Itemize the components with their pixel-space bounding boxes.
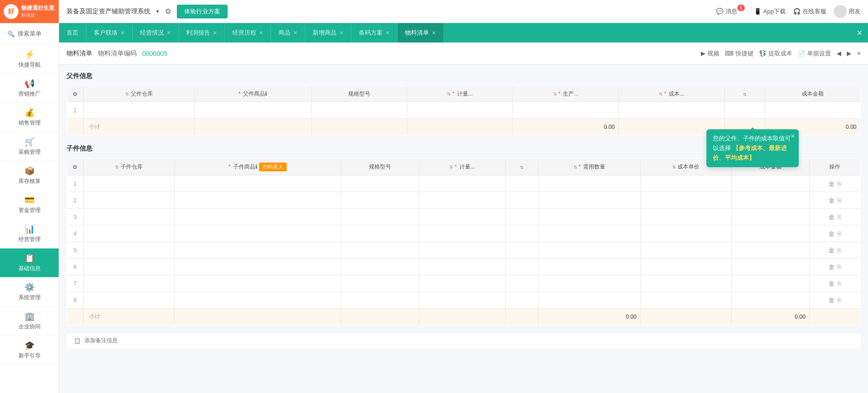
app-download-action[interactable]: 📱 App下载 <box>754 7 786 16</box>
tab-close-icon[interactable]: ✕ <box>167 30 171 36</box>
sidebar-item-enterprise[interactable]: 🏢 企业协同 <box>0 307 59 336</box>
main-content: 父件信息 ⚙ ⇅ 父件仓库 * 父件商品ℹ 规格型号 <box>59 65 868 354</box>
child-unit-cost-2[interactable] <box>640 192 731 209</box>
parent-extra-cell[interactable] <box>724 102 765 119</box>
online-service-action[interactable]: 🎧 在线客服 <box>793 7 826 16</box>
delete-icon[interactable]: 🗑 <box>828 230 835 237</box>
tab-close-active-icon[interactable]: ✕ <box>432 30 436 36</box>
child-subtotal-qty: 0.00 <box>538 308 640 325</box>
tab-close-icon[interactable]: ✕ <box>121 30 125 36</box>
parent-production-cell[interactable] <box>513 102 619 119</box>
breadcrumb-current: 物料清单 <box>66 49 92 58</box>
subtotal-c2 <box>195 119 311 135</box>
settings-icon[interactable]: ⚙ <box>165 7 171 16</box>
copy-icon[interactable]: ⎘ <box>838 296 841 304</box>
child-spec-2[interactable] <box>341 192 419 209</box>
delete-icon[interactable]: 🗑 <box>828 180 835 187</box>
tab-close-icon[interactable]: ✕ <box>339 30 344 36</box>
child-unit-2[interactable] <box>419 192 506 209</box>
action-view[interactable]: ▶ 视频 <box>701 49 719 58</box>
parent-goods-cell[interactable] <box>195 102 311 119</box>
child-unit-cost-1[interactable] <box>640 175 731 192</box>
sidebar-item-purchase[interactable]: 🛒 采购管理 <box>0 132 59 161</box>
sidebar-item-guide[interactable]: 🎓 新手引导 <box>0 336 59 365</box>
message-action[interactable]: 💬 消息 6 <box>716 7 747 16</box>
child-warehouse-1[interactable] <box>84 175 175 192</box>
delete-icon[interactable]: 🗑 <box>828 280 835 287</box>
sidebar: 好 畅捷通好生意 标准版 🔍 搜索菜单 ⚡ 快捷导航 📢 营销推广 💰 销售管理… <box>0 0 59 393</box>
tab-profit[interactable]: 利润报告 ✕ <box>179 23 225 42</box>
delete-icon[interactable]: 🗑 <box>828 263 835 271</box>
page-header: 物料清单 物料清单编码 0000005 ▶ 视频 ⌨ 快捷键 💱 提取成本 <box>59 42 868 65</box>
parent-col-settings[interactable]: ⚙ <box>67 86 84 102</box>
pagination-prev[interactable]: ◀ <box>837 50 841 57</box>
pagination-next[interactable]: ▶ <box>847 50 851 57</box>
copy-icon[interactable]: ⎘ <box>838 263 841 271</box>
tab-history[interactable]: 经营历程 ✕ <box>225 23 271 42</box>
scan-button[interactable]: 扫码录入 <box>259 163 287 171</box>
child-extra-1[interactable] <box>506 175 538 192</box>
action-cost[interactable]: 💱 提取成本 <box>759 49 792 58</box>
parent-cost-cell[interactable] <box>619 102 724 119</box>
system-dropdown[interactable]: ▾ <box>156 8 159 15</box>
delete-icon[interactable]: 🗑 <box>828 213 835 221</box>
parent-section: 父件信息 ⚙ ⇅ 父件仓库 * 父件商品ℹ 规格型号 <box>66 70 861 135</box>
child-qty-2[interactable] <box>538 192 640 209</box>
table-row: 2 🗑 ⎘ <box>67 192 861 209</box>
child-unit-1[interactable] <box>419 175 506 192</box>
tooltip-close-button[interactable]: ✕ <box>790 132 795 141</box>
sidebar-item-system[interactable]: ⚙️ 系统管理 <box>0 278 59 307</box>
copy-icon[interactable]: ⎘ <box>838 280 841 287</box>
child-spec-1[interactable] <box>341 175 419 192</box>
action-settings[interactable]: 📄 单据设置 <box>798 49 831 58</box>
copy-icon[interactable]: ⎘ <box>838 230 841 237</box>
tab-operations[interactable]: 经营情况 ✕ <box>133 23 179 42</box>
tab-close-icon[interactable]: ✕ <box>213 30 217 36</box>
bottom-icon: 📋 <box>74 338 81 344</box>
child-amount-1 <box>731 175 809 192</box>
sidebar-item-inventory[interactable]: 📦 库存核算 <box>0 161 59 190</box>
child-col-settings[interactable]: ⚙ <box>67 159 84 175</box>
parent-col-cost: ⇅ * 成本... <box>619 86 724 102</box>
sidebar-item-sales[interactable]: 💰 销售管理 <box>0 103 59 132</box>
parent-unit-cell[interactable] <box>407 102 512 119</box>
tab-goods[interactable]: 商品 ✕ <box>271 23 305 42</box>
sidebar-item-basic-info[interactable]: 📋 基础信息 <box>0 248 59 278</box>
sidebar-item-quick-nav[interactable]: ⚡ 快捷导航 <box>0 45 59 74</box>
sidebar-item-finance[interactable]: 💳 资金管理 <box>0 190 59 219</box>
tab-close-icon[interactable]: ✕ <box>259 30 263 36</box>
parent-warehouse-cell[interactable] <box>84 102 195 119</box>
copy-icon[interactable]: ⎘ <box>838 213 841 221</box>
quick-nav-icon: ⚡ <box>24 49 35 60</box>
inventory-icon: 📦 <box>24 166 35 176</box>
search-button[interactable]: 🔍 搜索菜单 <box>4 27 55 41</box>
parent-spec-cell[interactable] <box>311 102 407 119</box>
tab-customer[interactable]: 客户联络 ✕ <box>86 23 133 42</box>
child-warehouse-2[interactable] <box>84 192 175 209</box>
user-action[interactable]: 用友 <box>834 5 861 18</box>
tab-bom[interactable]: 物料清单 ✕ <box>398 23 444 42</box>
child-goods-1[interactable] <box>174 175 341 192</box>
copy-icon[interactable]: ⎘ <box>838 197 841 204</box>
action-shortcut[interactable]: ⌨ 快捷键 <box>725 49 753 58</box>
view-toggle[interactable]: ≡ <box>857 50 861 57</box>
child-goods-2[interactable] <box>174 192 341 209</box>
copy-icon[interactable]: ⎘ <box>838 180 841 187</box>
tab-close-icon[interactable]: ✕ <box>293 30 297 36</box>
child-col-extra: ⇅ <box>506 159 538 175</box>
tab-home[interactable]: 首页 <box>59 23 86 42</box>
delete-icon[interactable]: 🗑 <box>828 296 835 304</box>
tab-add-goods[interactable]: 新增商品 ✕ <box>305 23 351 42</box>
close-all-tabs[interactable]: ✕ <box>851 29 868 37</box>
sidebar-item-operations[interactable]: 📊 经营管理 <box>0 219 59 248</box>
tab-barcode[interactable]: 条码方案 ✕ <box>351 23 398 42</box>
sidebar-logo: 好 畅捷通好生意 标准版 <box>0 0 59 23</box>
child-extra-2[interactable] <box>506 192 538 209</box>
delete-icon[interactable]: 🗑 <box>828 247 835 254</box>
delete-icon[interactable]: 🗑 <box>828 197 835 204</box>
tab-close-icon[interactable]: ✕ <box>386 30 390 36</box>
sidebar-item-marketing[interactable]: 📢 营销推广 <box>0 74 59 103</box>
child-qty-1[interactable] <box>538 175 640 192</box>
copy-icon[interactable]: ⎘ <box>838 247 841 254</box>
trial-button[interactable]: 体验行业方案 <box>177 5 228 18</box>
